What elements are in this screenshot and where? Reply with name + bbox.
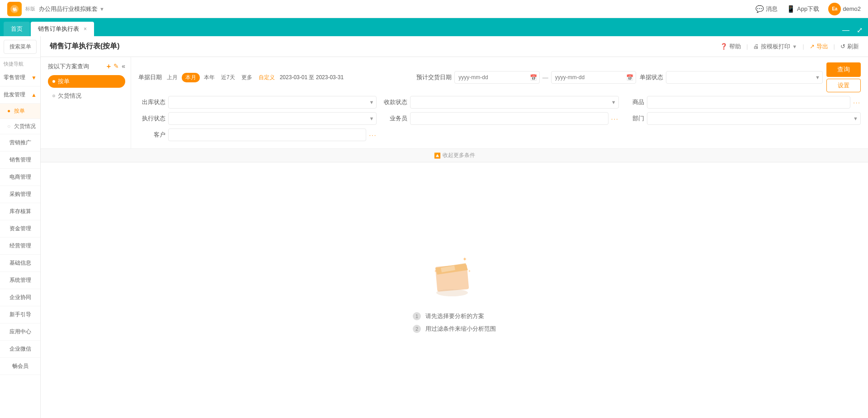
date-tab-last-month[interactable]: 上月 bbox=[165, 73, 180, 82]
sidebar-sales-label: 销售管理 bbox=[9, 156, 31, 164]
empty-illustration: ✦ ✦ ✦ bbox=[427, 247, 481, 302]
search-menu-btn[interactable]: 搜索菜单 bbox=[4, 40, 37, 54]
page-dropdown[interactable]: 办公用品行业模拟账套 ▼ bbox=[39, 5, 104, 13]
scheme-panel: 按以下方案查询 + ✎ « 按单 欠货情况 bbox=[41, 57, 131, 148]
sidebar-item-inventory[interactable]: 库存核算 bbox=[0, 203, 40, 220]
tab-sales-order-label: 销售订单执行表 bbox=[38, 25, 79, 33]
department-select[interactable] bbox=[647, 112, 861, 125]
collapse-up-icon: 🔼 bbox=[434, 152, 441, 159]
app-download-label: App下载 bbox=[797, 5, 819, 13]
delivery-label: 预计交货日期 bbox=[416, 73, 452, 81]
empty-hint-2: 2 用过滤条件来缩小分析范围 bbox=[413, 325, 496, 333]
maximize-icon[interactable]: ⤢ bbox=[855, 24, 864, 36]
sidebar-wholesale-arrow-icon: ▲ bbox=[31, 92, 37, 98]
scheme-item-arrears[interactable]: 欠货情况 bbox=[48, 90, 125, 102]
tab-close-icon[interactable]: × bbox=[84, 26, 87, 32]
sidebar-search: 搜索菜单 bbox=[0, 36, 40, 58]
sidebar-sub-item-press-order[interactable]: ● 按单 bbox=[0, 104, 40, 119]
filter-inner: 按以下方案查询 + ✎ « 按单 欠货情况 bbox=[41, 57, 868, 149]
sidebar-item-finance[interactable]: 资金管理 bbox=[0, 220, 40, 238]
sidebar-item-guide[interactable]: 新手引导 bbox=[0, 306, 40, 323]
svg-text:畅: 畅 bbox=[13, 7, 17, 12]
search-btn[interactable]: 查询 bbox=[826, 62, 861, 77]
sidebar-item-purchase[interactable]: 采购管理 bbox=[0, 186, 40, 203]
sidebar-sub-item-arrears[interactable]: ○ 欠货情况 bbox=[0, 119, 40, 134]
message-btn[interactable]: 💬 消息 bbox=[755, 5, 778, 13]
customer-input[interactable] bbox=[168, 128, 366, 141]
shipment-select[interactable] bbox=[168, 96, 377, 109]
sidebar-item-wechat[interactable]: 企业微信 bbox=[0, 341, 40, 358]
app-download-btn[interactable]: 📱 App下载 bbox=[787, 5, 819, 13]
hint-1-text: 请先选择要分析的方案 bbox=[425, 312, 484, 320]
sidebar-item-enterprise[interactable]: 企业协同 bbox=[0, 289, 40, 306]
sidebar-guide-label: 新手引导 bbox=[9, 311, 31, 318]
sidebar-item-member[interactable]: 畅会员 bbox=[0, 358, 40, 375]
topbar-right: 💬 消息 📱 App下载 Ea demo2 bbox=[755, 3, 861, 15]
sidebar-item-retail[interactable]: 零售管理 ▼ bbox=[0, 69, 40, 86]
sidebar-member-label: 畅会员 bbox=[12, 362, 28, 370]
delivery-end-input[interactable] bbox=[551, 71, 636, 84]
sidebar-item-marketing[interactable]: 营销推广 bbox=[0, 134, 40, 152]
filter-field-salesperson: 业务员 ··· bbox=[380, 112, 618, 125]
delivery-start-input[interactable] bbox=[454, 71, 539, 84]
tab-sales-order[interactable]: 销售订单执行表 × bbox=[31, 22, 94, 36]
sidebar-item-wholesale[interactable]: 批发管理 ▲ bbox=[0, 86, 40, 104]
sidebar-item-basic[interactable]: 基础信息 bbox=[0, 255, 40, 272]
scheme-header: 按以下方案查询 + ✎ « bbox=[48, 62, 125, 71]
username-label: demo2 bbox=[843, 5, 861, 12]
press-order-dot: ● bbox=[7, 108, 10, 114]
svg-text:✦: ✦ bbox=[434, 269, 437, 273]
sidebar-item-system[interactable]: 系统管理 bbox=[0, 272, 40, 289]
sidebar-item-wholesale-label: 批发管理 bbox=[4, 91, 25, 99]
date-tabs: 上月 本月 本年 近7天 更多 自定义 bbox=[165, 73, 277, 82]
date-tab-custom[interactable]: 自定义 bbox=[256, 73, 277, 82]
template-print-btn[interactable]: 🖨 按模板打印 ▼ bbox=[753, 43, 797, 51]
filter-field-execution: 执行状态 ▼ bbox=[138, 112, 377, 125]
page-dropdown-label: 办公用品行业模拟账套 bbox=[39, 5, 98, 13]
help-btn[interactable]: ❓ 帮助 bbox=[720, 43, 741, 51]
filter-row-3: 执行状态 ▼ 业务员 ··· bbox=[138, 112, 861, 125]
refresh-btn[interactable]: ↺ 刷新 bbox=[840, 43, 859, 51]
filter-field-customer: 客户 ··· bbox=[138, 128, 377, 141]
salesperson-more-icon[interactable]: ··· bbox=[611, 115, 619, 122]
date-tab-7days[interactable]: 近7天 bbox=[219, 73, 237, 82]
scheme-edit-icon[interactable]: ✎ bbox=[113, 62, 119, 71]
salesperson-label: 业务员 bbox=[380, 114, 407, 123]
goods-input[interactable] bbox=[647, 96, 850, 109]
scheme-add-icon[interactable]: + bbox=[107, 62, 111, 71]
app-download-icon: 📱 bbox=[787, 5, 795, 13]
date-tab-this-month[interactable]: 本月 bbox=[182, 73, 200, 82]
tab-home[interactable]: 首页 bbox=[4, 22, 30, 36]
filter-field-date: 单据日期 上月 本月 本年 近7天 更多 自定义 2023-03-01 至 20… bbox=[138, 73, 413, 82]
scheme-item-arrears-label: 欠货情况 bbox=[58, 92, 81, 100]
status-select[interactable] bbox=[666, 71, 823, 84]
scheme-item-dot bbox=[52, 95, 55, 97]
sidebar-item-ecommerce[interactable]: 电商管理 bbox=[0, 169, 40, 186]
sidebar-ecommerce-label: 电商管理 bbox=[9, 173, 31, 181]
hint-2-num: 2 bbox=[413, 325, 421, 333]
export-icon: ↗ bbox=[810, 43, 815, 50]
goods-more-icon[interactable]: ··· bbox=[853, 99, 861, 106]
collapse-btn[interactable]: 🔼 收起更多条件 bbox=[434, 152, 475, 159]
date-range-display: 2023-03-01 至 2023-03-31 bbox=[280, 74, 344, 81]
export-btn[interactable]: ↗ 导出 bbox=[810, 43, 828, 51]
date-label: 单据日期 bbox=[138, 73, 162, 81]
customer-more-icon[interactable]: ··· bbox=[369, 132, 377, 138]
sidebar-item-apps[interactable]: 应用中心 bbox=[0, 323, 40, 341]
setting-btn[interactable]: 设置 bbox=[826, 79, 861, 92]
date-range-separator: — bbox=[542, 74, 548, 81]
receipt-select[interactable] bbox=[410, 96, 618, 109]
date-tab-more[interactable]: 更多 bbox=[239, 73, 255, 82]
minimize-icon[interactable]: — bbox=[840, 24, 851, 36]
salesperson-input[interactable] bbox=[410, 112, 608, 125]
sidebar-item-sales[interactable]: 销售管理 bbox=[0, 152, 40, 169]
sidebar-item-operation[interactable]: 经营管理 bbox=[0, 238, 40, 255]
filter-field-goods: 商品 ··· bbox=[623, 96, 861, 109]
date-tab-this-year[interactable]: 本年 bbox=[202, 73, 217, 82]
scheme-collapse-icon[interactable]: « bbox=[122, 62, 125, 71]
scheme-item-press-order[interactable]: 按单 bbox=[48, 75, 125, 88]
sidebar-marketing-label: 营销推广 bbox=[9, 139, 31, 147]
hint-2-text: 用过滤条件来缩小分析范围 bbox=[425, 325, 496, 333]
execution-select[interactable] bbox=[168, 112, 377, 125]
user-profile[interactable]: Ea demo2 bbox=[828, 3, 861, 15]
